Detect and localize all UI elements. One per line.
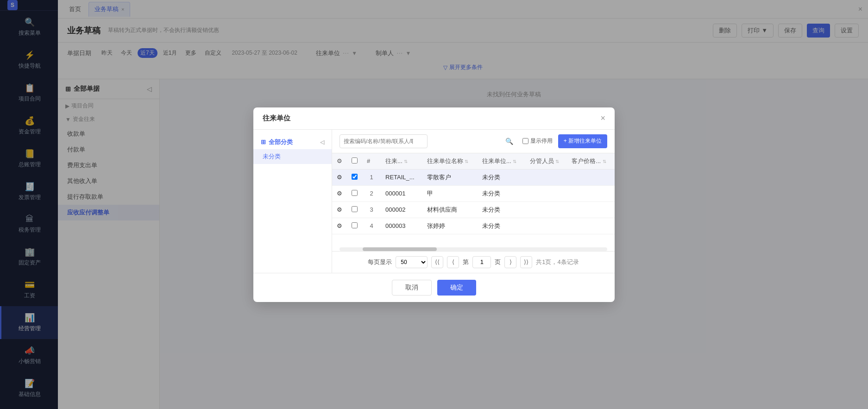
row-price [567, 201, 615, 218]
row-code: 000002 [381, 201, 422, 218]
pagination-row: 每页显示 50 100 ⟨⟨ ⟨ 第 页 ⟩ ⟩⟩ 共1页，4条记录 [332, 251, 615, 273]
col-name-header: 往来单位名称 ⇅ [422, 153, 478, 170]
row-category: 未分类 [478, 218, 525, 234]
horizontal-scrollbar[interactable] [340, 247, 607, 251]
table-row[interactable]: ⚙ 2 000001 甲 未分类 [332, 185, 615, 201]
prev-page-btn[interactable]: ⟨ [447, 256, 459, 268]
row-price [567, 169, 615, 185]
collapse-left-icon[interactable]: ◁ [320, 139, 324, 145]
row-name: 材料供应商 [422, 201, 478, 218]
col-code-header: 往来... ⇅ [381, 153, 422, 170]
row-checkbox-cell[interactable] [347, 218, 362, 234]
row-price [567, 185, 615, 201]
row-manager [525, 218, 567, 234]
show-disabled-label[interactable]: 显示停用 [522, 137, 553, 145]
search-wrapper: 🔍 [340, 134, 517, 148]
table-row[interactable]: ⚙ 3 000002 材料供应商 未分类 [332, 201, 615, 218]
row-manager [525, 201, 567, 218]
row-settings-btn[interactable]: ⚙ [332, 169, 347, 185]
all-categories-label: 全部分类 [269, 138, 293, 146]
dialog-overlay: 往来单位 × ⊞ 全部分类 ◁ 未分类 [0, 0, 868, 409]
row-num: 1 [362, 169, 381, 185]
col-category-header: 往来单位... ⇅ [478, 153, 525, 170]
row-category: 未分类 [478, 201, 525, 218]
dialog-all-categories[interactable]: ⊞ 全部分类 ◁ [253, 135, 332, 149]
table-row[interactable]: ⚙ 1 RETAIL_... 零散客户 未分类 [332, 169, 615, 185]
row-name: 甲 [422, 185, 478, 201]
row-num: 4 [362, 218, 381, 234]
col-settings-header: ⚙ [332, 153, 347, 170]
dialog-action-footer: 取消 确定 [253, 273, 615, 302]
row-checkbox-cell[interactable] [347, 169, 362, 185]
row-checkbox[interactable] [352, 174, 358, 180]
add-partner-button[interactable]: + 新增往来单位 [558, 134, 607, 148]
row-checkbox-cell[interactable] [347, 201, 362, 218]
per-page-label: 每页显示 [368, 258, 392, 266]
search-icon: 🔍 [505, 138, 513, 145]
dialog-close-button[interactable]: × [600, 114, 605, 122]
row-code: 000003 [381, 218, 422, 234]
total-info: 共1页，4条记录 [536, 258, 579, 266]
page-label: 第 [463, 258, 469, 266]
row-checkbox[interactable] [352, 222, 358, 228]
dialog-category-unclassified[interactable]: 未分类 [253, 149, 332, 164]
dialog-body: ⊞ 全部分类 ◁ 未分类 🔍 显示停用 [253, 130, 615, 273]
row-settings-btn[interactable]: ⚙ [332, 201, 347, 218]
row-name: 零散客户 [422, 169, 478, 185]
dialog-table-wrap: ⚙ # 往来... ⇅ 往来单位名称 ⇅ [332, 153, 615, 247]
row-settings-btn[interactable]: ⚙ [332, 185, 347, 201]
col-price-header: 客户价格... ⇅ [567, 153, 615, 170]
current-page-input[interactable] [472, 256, 491, 268]
row-checkbox-cell[interactable] [347, 185, 362, 201]
per-page-select[interactable]: 50 100 [396, 256, 428, 268]
row-settings-btn[interactable]: ⚙ [332, 218, 347, 234]
partner-search-input[interactable] [340, 134, 428, 148]
confirm-button[interactable]: 确定 [437, 280, 476, 296]
row-manager [525, 185, 567, 201]
dialog-header: 往来单位 × [253, 107, 615, 130]
category-unclassified-label: 未分类 [263, 153, 281, 160]
row-code: RETAIL_... [381, 169, 422, 185]
row-name: 张婷婷 [422, 218, 478, 234]
row-num: 2 [362, 185, 381, 201]
table-row[interactable]: ⚙ 4 000003 张婷婷 未分类 [332, 218, 615, 234]
dialog-category-panel: ⊞ 全部分类 ◁ 未分类 [253, 130, 332, 273]
col-manager-header: 分管人员 ⇅ [525, 153, 567, 170]
select-all-checkbox[interactable] [352, 157, 358, 164]
cancel-button[interactable]: 取消 [392, 280, 432, 296]
grid-small-icon: ⊞ [261, 138, 266, 145]
show-disabled-text: 显示停用 [530, 137, 553, 145]
row-checkbox[interactable] [352, 190, 358, 196]
col-num-header: # [362, 153, 381, 170]
dialog-title: 往来单位 [263, 114, 290, 123]
page-unit: 页 [495, 258, 501, 266]
scroll-thumb[interactable] [363, 247, 437, 251]
row-code: 000001 [381, 185, 422, 201]
row-manager [525, 169, 567, 185]
row-category: 未分类 [478, 169, 525, 185]
next-page-btn[interactable]: ⟩ [504, 256, 516, 268]
dialog-right-panel: 🔍 显示停用 + 新增往来单位 ⚙ [332, 130, 615, 273]
row-checkbox[interactable] [352, 206, 358, 212]
row-price [567, 218, 615, 234]
row-category: 未分类 [478, 185, 525, 201]
show-disabled-checkbox[interactable] [522, 138, 528, 144]
row-num: 3 [362, 201, 381, 218]
partner-dialog: 往来单位 × ⊞ 全部分类 ◁ 未分类 [253, 107, 615, 302]
col-check-header [347, 153, 362, 170]
first-page-btn[interactable]: ⟨⟨ [431, 256, 443, 268]
dialog-toolbar: 🔍 显示停用 + 新增往来单位 [332, 130, 615, 153]
partner-table: ⚙ # 往来... ⇅ 往来单位名称 ⇅ [332, 153, 615, 234]
last-page-btn[interactable]: ⟩⟩ [520, 256, 532, 268]
